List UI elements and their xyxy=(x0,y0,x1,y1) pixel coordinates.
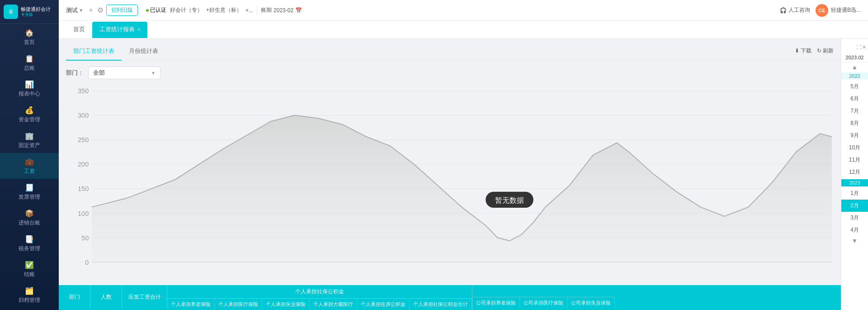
date-month-item[interactable]: 3月 xyxy=(841,212,868,224)
logo-line1: 畅捷通好会计 xyxy=(21,6,51,12)
sidebar-item-资金管理[interactable]: 💰 资金管理 xyxy=(0,101,59,127)
logo-icon: 云 xyxy=(4,5,18,19)
sidebar-item-总账[interactable]: 📋 总账 xyxy=(0,50,59,76)
nav-label: 报表中心 xyxy=(19,90,40,98)
tab-salary[interactable]: 工资统计报表 × xyxy=(92,22,147,38)
th-company-col: 公司承担养老保险 xyxy=(472,297,520,309)
date-month-item[interactable]: 6月 xyxy=(841,93,868,105)
sidebar-item-设置[interactable]: ⚙️ 设置 xyxy=(0,308,59,310)
avatar: CE xyxy=(816,4,828,17)
topbar-actions: ＋ ⚙ 切到旧版 xyxy=(87,5,138,16)
tab-close-icon[interactable]: × xyxy=(137,27,140,32)
svg-text:0: 0 xyxy=(85,259,89,266)
date-next-btn[interactable]: ▼ xyxy=(841,236,868,245)
settings-icon[interactable]: ⚙ xyxy=(97,6,104,14)
topbar-right: 🎧 人工咨询 CE 轻捷通B迅... xyxy=(780,4,861,17)
tab-home[interactable]: 首页 xyxy=(66,22,92,38)
sidebar-item-税务管理[interactable]: 📑 税务管理 xyxy=(0,230,59,256)
right-panel: ✕ ⛶ 2023.02 ▲ 20225月6月7月8月9月10月11月12月202… xyxy=(841,39,868,310)
nav-icon: 💼 xyxy=(25,157,34,166)
certified-dot xyxy=(146,9,149,12)
personal-group-cols: 个人承担养老保险个人承担医疗保险个人承担失业保险个人承担大额医疗个人承担住房公积… xyxy=(167,299,472,310)
dept-filter-label: 部门： xyxy=(66,69,84,77)
chart-svg: 350 300 250 200 150 100 50 0 xyxy=(68,85,832,281)
sidebar-item-首页[interactable]: 🏠 首页 xyxy=(0,24,59,50)
dropdown-icon: ▼ xyxy=(151,71,156,76)
refresh-button[interactable]: ↻ 刷新 xyxy=(817,47,834,55)
dept-value: 全部 xyxy=(93,69,105,77)
svg-text:200: 200 xyxy=(78,161,89,168)
date-month-item[interactable]: 7月 xyxy=(841,105,868,117)
nav-icon: 🗂️ xyxy=(25,286,34,295)
nav-label: 归档管理 xyxy=(19,296,40,304)
nav-icon: 🏢 xyxy=(25,132,34,140)
date-month-item[interactable]: 12月 xyxy=(841,166,868,178)
nav-label: 总账 xyxy=(24,64,35,72)
download-button[interactable]: ⬇ 下载 xyxy=(795,47,811,55)
chart-container: 350 300 250 200 150 100 50 0 xyxy=(59,85,841,285)
th-company-col: 公司承担失业保险 xyxy=(567,297,615,309)
sidebar-item-进销台账[interactable]: 📦 进销台账 xyxy=(0,205,59,230)
svg-text:100: 100 xyxy=(78,210,89,217)
help-label: 人工咨询 xyxy=(788,6,810,14)
sub-tab-monthly[interactable]: 月份统计表 xyxy=(122,44,165,61)
add-icon[interactable]: ＋ xyxy=(87,5,94,15)
topbar: 测试 ▾ ＋ ⚙ 切到旧版 已认证 好会计（专） +好生意（标） +... 账期… xyxy=(59,0,868,21)
panel-close-btn[interactable]: ✕ xyxy=(862,44,866,50)
sub-tabs: 部门工资统计表 月份统计表 ⬇ 下载 ↻ 刷新 xyxy=(59,39,841,61)
personal-group-title: 个人承担社保公积金 xyxy=(167,285,472,299)
company-name[interactable]: 测试 ▾ xyxy=(66,6,83,14)
topbar-status: 已认证 好会计（专） +好生意（标） +... 账期 2023-02 📅 xyxy=(146,6,302,15)
date-month-item[interactable]: 8月 xyxy=(841,117,868,129)
sidebar-item-固定资产[interactable]: 🏢 固定资产 xyxy=(0,127,59,153)
sidebar-item-报表中心[interactable]: 📊 报表中心 xyxy=(0,76,59,101)
old-mode-button[interactable]: 切到旧版 xyxy=(106,5,138,16)
sidebar-item-归档管理[interactable]: 🗂️ 归档管理 xyxy=(0,282,59,308)
date-month-item[interactable]: 4月 xyxy=(841,224,868,236)
sidebar-item-结账[interactable]: ✅ 结账 xyxy=(0,256,59,282)
personal-group: 个人承担社保公积金 个人承担养老保险个人承担医疗保险个人承担失业保险个人承担大额… xyxy=(167,285,472,310)
th-personal-col: 个人承担大额医疗 xyxy=(310,299,357,310)
date-month-item[interactable]: 9月 xyxy=(841,129,868,142)
good-business-label: +好生意（标） xyxy=(206,6,242,14)
user-info[interactable]: CE 轻捷通B迅... xyxy=(816,4,861,17)
date-year-label: 2023.02 xyxy=(841,53,868,62)
company-group-cols: 公司承担养老保险公司承担医疗保险公司承担失业保险 xyxy=(472,297,615,309)
table-header: 部门 人数 应发工资合计 个人承担社保公积金 个人承担养老保险个人承担医疗保险个… xyxy=(59,285,841,310)
help-button[interactable]: 🎧 人工咨询 xyxy=(780,6,810,14)
th-dept: 部门 xyxy=(59,285,90,309)
date-month-item[interactable]: 1月 xyxy=(841,187,868,200)
svg-text:250: 250 xyxy=(78,136,89,143)
svg-text:暂无数据: 暂无数据 xyxy=(495,196,524,204)
company-group: 公司承担养老保险公司承担医疗保险公司承担失业保险 xyxy=(472,285,615,310)
sidebar-item-发票管理[interactable]: 🧾 发票管理 xyxy=(0,179,59,205)
good-accounting-label: 好会计（专） xyxy=(170,6,203,14)
nav-icon: 📑 xyxy=(25,235,34,243)
sub-tab-dept[interactable]: 部门工资统计表 xyxy=(66,44,122,61)
date-prev-btn[interactable]: ▲ xyxy=(841,62,868,72)
certified-badge: 已认证 xyxy=(146,6,166,14)
dept-select[interactable]: 全部 ▼ xyxy=(88,67,160,79)
bottom-table: 部门 人数 应发工资合计 个人承担社保公积金 个人承担养老保险个人承担医疗保险个… xyxy=(59,285,841,310)
date-month-item[interactable]: 11月 xyxy=(841,154,868,166)
tabbar: 首页 工资统计报表 × xyxy=(59,21,868,39)
nav-label: 资金管理 xyxy=(19,116,40,124)
calendar-icon[interactable]: 📅 xyxy=(295,7,302,14)
sub-tabs-right: ⬇ 下载 ↻ 刷新 xyxy=(795,47,834,58)
date-month-item[interactable]: 2月 xyxy=(841,200,868,212)
th-personal-col: 个人承担养老保险 xyxy=(167,299,215,310)
date-month-item[interactable]: 10月 xyxy=(841,142,868,154)
tab-salary-label: 工资统计报表 xyxy=(99,25,135,33)
logo-text: 畅捷通好会计 专业版 xyxy=(21,6,51,18)
nav-label: 税务管理 xyxy=(19,245,40,253)
sidebar-item-工资[interactable]: 💼 工资 xyxy=(0,153,59,179)
content-main: 部门工资统计表 月份统计表 ⬇ 下载 ↻ 刷新 xyxy=(59,39,841,310)
content-with-panel: 部门工资统计表 月份统计表 ⬇ 下载 ↻ 刷新 xyxy=(59,39,868,310)
svg-text:50: 50 xyxy=(81,234,89,242)
sidebar-logo: 云 畅捷通好会计 专业版 xyxy=(0,0,59,24)
panel-expand-btn[interactable]: ⛶ xyxy=(856,44,861,50)
th-personal-col: 个人承担社保公积金合计 xyxy=(410,299,472,310)
th-personal-col: 个人承担失业保险 xyxy=(262,299,310,310)
nav-icon: 🏠 xyxy=(25,29,34,37)
date-month-item[interactable]: 5月 xyxy=(841,81,868,93)
